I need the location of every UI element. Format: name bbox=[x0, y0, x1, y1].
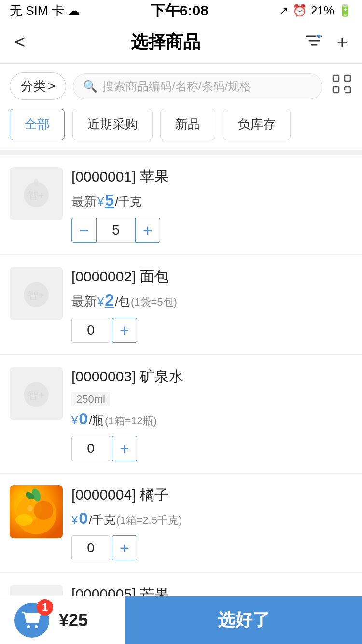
price-row: ¥ 0 /千克 (1箱=2.5千克) bbox=[71, 509, 352, 528]
cart-total: ¥25 bbox=[59, 610, 88, 630]
battery-icon: 🔋 bbox=[338, 4, 352, 17]
product-thumbnail: 智+ bbox=[10, 167, 63, 220]
tab-negative[interactable]: 负库存 bbox=[223, 109, 291, 140]
status-left: 无 SIM 卡 ☁ bbox=[10, 2, 80, 19]
svg-point-21 bbox=[15, 514, 33, 526]
qty-control: + bbox=[71, 535, 352, 560]
qty-increase-button[interactable]: + bbox=[112, 318, 137, 343]
svg-rect-6 bbox=[333, 87, 339, 93]
nav-actions: + bbox=[306, 32, 348, 53]
price-row: 最新 ¥ 5 /千克 bbox=[71, 191, 352, 210]
qty-control: + bbox=[71, 318, 352, 343]
filter-row: 分类 > 🔍 搜索商品编码/名称/条码/规格 bbox=[0, 64, 362, 109]
qty-control: − + bbox=[71, 218, 352, 243]
status-right: ↗ ⏰ 21% 🔋 bbox=[279, 4, 352, 17]
search-icon: 🔍 bbox=[83, 80, 97, 93]
svg-point-12 bbox=[34, 179, 38, 186]
svg-rect-4 bbox=[333, 75, 339, 81]
divider bbox=[0, 150, 362, 155]
qty-input[interactable] bbox=[71, 318, 110, 343]
product-name: [0000004] 橘子 bbox=[71, 485, 352, 505]
product-thumbnail bbox=[10, 485, 63, 538]
product-thumbnail: 智+ bbox=[10, 267, 63, 320]
qty-increase-button[interactable]: + bbox=[135, 218, 160, 243]
qty-input[interactable] bbox=[71, 535, 110, 560]
product-name: [0000003] 矿泉水 bbox=[71, 367, 352, 387]
signal-text: 无 SIM 卡 ☁ bbox=[10, 2, 80, 19]
product-info: [0000001] 苹果 最新 ¥ 5 /千克 − + bbox=[71, 167, 352, 243]
product-name: [0000002] 面包 bbox=[71, 267, 352, 287]
table-row: 智+ [0000003] 矿泉水 250ml ¥ 0 /瓶 (1箱=12瓶) + bbox=[0, 355, 362, 473]
product-info: [0000002] 面包 最新 ¥ 2 /包 (1袋=5包) + bbox=[71, 267, 352, 343]
tab-all[interactable]: 全部 bbox=[10, 109, 65, 140]
svg-text:智+: 智+ bbox=[28, 190, 44, 201]
product-info: [0000003] 矿泉水 250ml ¥ 0 /瓶 (1箱=12瓶) + bbox=[71, 367, 352, 461]
search-placeholder: 搜索商品编码/名称/条码/规格 bbox=[102, 79, 251, 94]
tabs-row: 全部 近期采购 新品 负库存 bbox=[0, 109, 362, 150]
price-row: 最新 ¥ 2 /包 (1袋=5包) bbox=[71, 291, 352, 310]
svg-point-20 bbox=[34, 501, 53, 520]
cart-button[interactable]: 1 bbox=[14, 603, 49, 638]
product-name: [0000001] 苹果 bbox=[71, 167, 352, 187]
svg-point-3 bbox=[317, 34, 320, 38]
qty-increase-button[interactable]: + bbox=[112, 436, 137, 461]
svg-point-31 bbox=[27, 625, 30, 628]
qty-control: + bbox=[71, 436, 352, 461]
qty-input[interactable] bbox=[71, 436, 110, 461]
qty-input[interactable] bbox=[97, 218, 135, 243]
product-list: 智+ [0000001] 苹果 最新 ¥ 5 /千克 − + 智+ [00000… bbox=[0, 155, 362, 644]
scan-icon[interactable] bbox=[331, 73, 352, 99]
svg-text:智+: 智+ bbox=[28, 390, 44, 401]
svg-point-24 bbox=[27, 505, 33, 511]
qty-increase-button[interactable]: + bbox=[112, 535, 137, 560]
table-row: 智+ [0000002] 面包 最新 ¥ 2 /包 (1袋=5包) + bbox=[0, 255, 362, 354]
table-row: [0000004] 橘子 ¥ 0 /千克 (1箱=2.5千克) + bbox=[0, 474, 362, 572]
add-button[interactable]: + bbox=[337, 32, 348, 53]
nav-bar: < 选择商品 + bbox=[0, 21, 362, 64]
tab-new[interactable]: 新品 bbox=[160, 109, 215, 140]
search-box[interactable]: 🔍 搜索商品编码/名称/条码/规格 bbox=[73, 73, 322, 99]
alarm-icon: ⏰ bbox=[292, 4, 307, 17]
cart-area: 1 ¥25 bbox=[0, 603, 125, 638]
svg-point-32 bbox=[35, 625, 38, 628]
filter-icon[interactable] bbox=[306, 33, 322, 52]
svg-rect-5 bbox=[345, 75, 350, 81]
category-button[interactable]: 分类 > bbox=[10, 72, 66, 100]
svg-text:智+: 智+ bbox=[28, 290, 44, 301]
product-info: [0000004] 橘子 ¥ 0 /千克 (1箱=2.5千克) + bbox=[71, 485, 352, 560]
back-button[interactable]: < bbox=[14, 32, 25, 53]
status-time: 下午6:08 bbox=[151, 1, 209, 21]
location-icon: ↗ bbox=[279, 4, 289, 17]
product-spec: 250ml bbox=[71, 392, 110, 406]
confirm-button[interactable]: 选好了 bbox=[125, 596, 362, 644]
product-thumbnail: 智+ bbox=[10, 367, 63, 420]
price-row: ¥ 0 /瓶 (1箱=12瓶) bbox=[71, 409, 352, 428]
status-bar: 无 SIM 卡 ☁ 下午6:08 ↗ ⏰ 21% 🔋 bbox=[0, 0, 362, 21]
battery-text: 21% bbox=[311, 4, 334, 17]
qty-decrease-button[interactable]: − bbox=[71, 218, 97, 243]
cart-badge: 1 bbox=[37, 599, 53, 616]
tab-recent[interactable]: 近期采购 bbox=[72, 109, 153, 140]
page-title: 选择商品 bbox=[131, 30, 200, 54]
table-row: 智+ [0000001] 苹果 最新 ¥ 5 /千克 − + bbox=[0, 155, 362, 254]
bottom-bar: 1 ¥25 选好了 bbox=[0, 596, 362, 644]
